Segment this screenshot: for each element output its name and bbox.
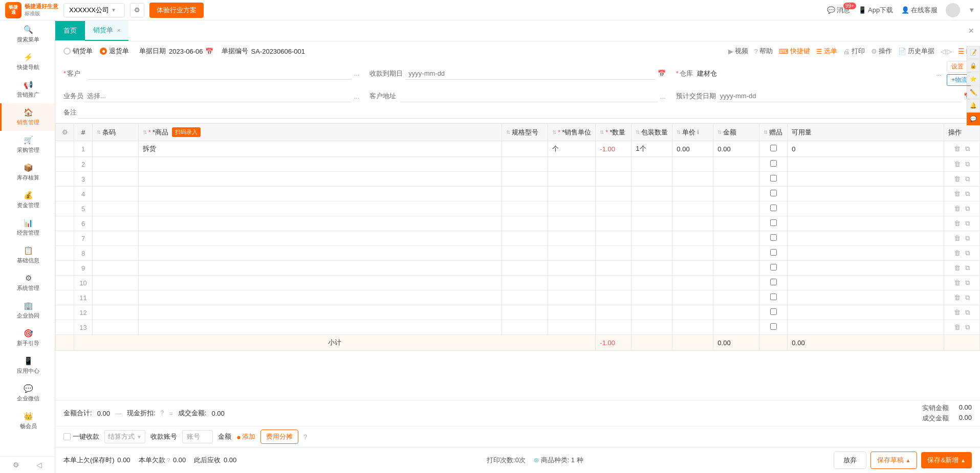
row-goods[interactable] [139,187,502,201]
copy-icon[interactable]: ⧉ [965,264,970,272]
row-gift[interactable] [759,246,788,261]
row-unit[interactable] [548,246,596,261]
row-qty[interactable] [596,216,631,231]
row-qty[interactable]: -1.00 [596,141,631,157]
row-barcode[interactable] [93,261,139,276]
row-pkg-qty[interactable] [631,261,672,276]
float-btn-5[interactable]: 🔔 [967,99,980,112]
row-pkg-qty[interactable] [631,276,672,290]
float-btn-4[interactable]: ✏️ [967,86,980,99]
row-pkg-qty[interactable] [631,246,672,261]
row-goods[interactable] [139,231,502,246]
copy-icon[interactable]: ⧉ [965,219,970,227]
row-gift[interactable] [759,216,788,231]
delete-icon[interactable]: 🗑 [954,160,961,168]
toolbar-shortcut[interactable]: ⌨ 快捷键 [779,47,810,56]
copy-icon[interactable]: ⧉ [965,249,970,257]
sidebar-item-member[interactable]: 👑 畅会员 [0,407,55,435]
row-gift[interactable] [759,231,788,246]
copy-icon[interactable]: ⧉ [965,205,970,212]
row-amount[interactable] [713,187,759,201]
row-barcode[interactable] [93,157,139,172]
th-settings[interactable]: ⚙ [56,124,74,141]
row-gift[interactable] [759,187,788,201]
row-spec[interactable] [502,276,548,290]
row-price[interactable] [672,216,713,231]
sidebar-collapse-icon[interactable]: ◁ [36,461,42,469]
row-barcode[interactable] [93,276,139,290]
toolbar-history[interactable]: 📄 历史单据 [898,47,934,56]
row-unit[interactable] [548,261,596,276]
row-price[interactable] [672,172,713,187]
gift-checkbox[interactable] [770,294,777,300]
price-info-icon[interactable]: ℹ [697,129,699,136]
balance-help-icon[interactable]: ? [167,457,170,463]
company-select[interactable]: XXXXXX公司 ▼ [63,3,125,17]
row-pkg-qty[interactable] [631,231,672,246]
row-barcode[interactable] [93,172,139,187]
row-barcode[interactable] [93,201,139,216]
row-spec[interactable] [502,320,548,335]
remark-input[interactable] [78,106,972,119]
row-pkg-qty[interactable] [631,305,672,320]
row-spec[interactable] [502,201,548,216]
row-qty[interactable] [596,231,631,246]
copy-icon[interactable]: ⧉ [965,175,970,183]
row-unit[interactable] [548,290,596,305]
float-btn-2[interactable]: 🔒 [967,59,980,72]
row-gift[interactable] [759,261,788,276]
row-spec[interactable] [502,216,548,231]
row-goods[interactable] [139,261,502,276]
app-download-btn[interactable]: 📱 App下载 [858,6,893,15]
copy-icon[interactable]: ⧉ [965,234,970,242]
trial-button[interactable]: 体验行业方案 [149,3,204,18]
row-amount[interactable] [713,290,759,305]
row-price[interactable] [672,320,713,335]
delete-icon[interactable]: 🗑 [954,279,961,286]
row-pkg-qty[interactable] [631,172,672,187]
sidebar-item-marketing[interactable]: 📢 营销推广 [0,76,55,103]
toolbar-select[interactable]: ☰ 选单 [816,47,837,56]
row-gift[interactable] [759,320,788,335]
discard-button[interactable]: 放弃 [834,452,866,469]
copy-icon[interactable]: ⧉ [965,279,970,286]
row-qty[interactable] [596,157,631,172]
next-icon[interactable]: ▷ [947,48,952,55]
sidebar-item-wechat[interactable]: 💬 企业微信 [0,379,55,407]
row-qty[interactable] [596,201,631,216]
gift-checkbox[interactable] [770,279,777,285]
row-price[interactable] [672,231,713,246]
row-qty[interactable] [596,305,631,320]
addr-ellipsis-icon[interactable]: ... [660,93,666,100]
sidebar-item-purchase[interactable]: 🛒 采购管理 [0,131,55,159]
payment-date-cal-icon[interactable]: 📅 [658,70,666,77]
row-pkg-qty[interactable]: 1个 [631,141,672,157]
gift-checkbox[interactable] [770,308,777,315]
row-pkg-qty[interactable] [631,187,672,201]
sidebar-item-basic[interactable]: 📋 基础信息 [0,241,55,269]
row-spec[interactable] [502,141,548,157]
row-qty[interactable] [596,172,631,187]
float-btn-3[interactable]: ⭐ [967,73,980,85]
float-btn-1[interactable]: 📝 [967,46,980,59]
sidebar-item-search[interactable]: 🔍 搜索菜单 [0,20,55,48]
row-price[interactable] [672,261,713,276]
sidebar-item-appstore[interactable]: 📱 应用中心 [0,352,55,379]
float-btn-6[interactable]: 💬 [967,112,980,125]
row-goods[interactable] [139,172,502,187]
row-spec[interactable] [502,246,548,261]
gift-checkbox[interactable] [770,175,777,182]
gift-checkbox[interactable] [770,145,777,151]
avatar[interactable] [946,3,960,17]
row-qty[interactable] [596,320,631,335]
delete-icon[interactable]: 🗑 [954,234,961,242]
row-barcode[interactable] [93,290,139,305]
row-price[interactable] [672,157,713,172]
row-amount[interactable] [713,157,759,172]
row-pkg-qty[interactable] [631,290,672,305]
row-amount[interactable] [713,320,759,335]
save-draft-button[interactable]: 保存草稿 ▲ [870,452,918,469]
row-unit[interactable] [548,187,596,201]
sidebar-item-operation[interactable]: 📊 经营管理 [0,214,55,241]
sidebar-item-finance[interactable]: 💰 资金管理 [0,186,55,214]
